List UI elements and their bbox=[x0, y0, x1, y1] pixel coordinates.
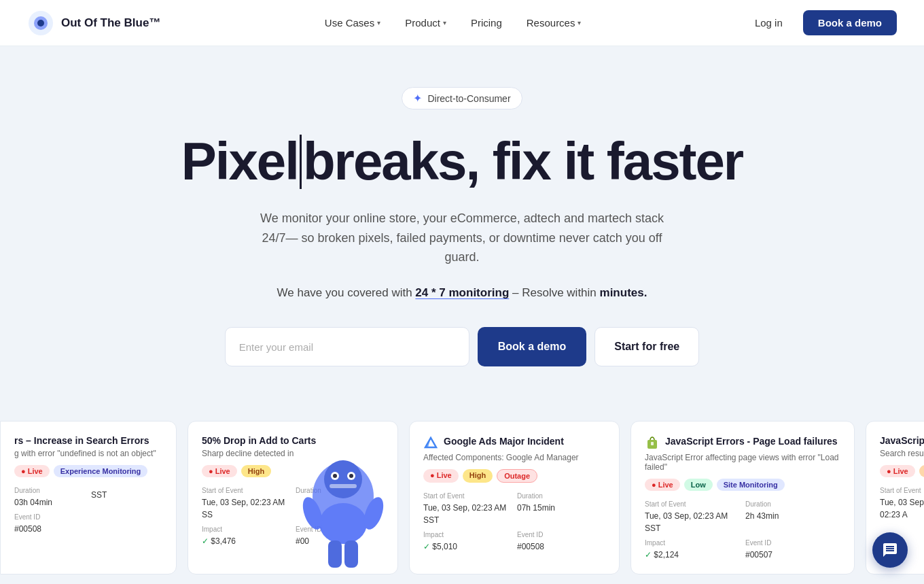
card-4-header: JavaScript Errors - Page Load failures bbox=[645, 435, 840, 450]
card-js-errors: JavaScript Errors - Page Load failures J… bbox=[630, 421, 855, 574]
card-3-fields: Start of Event Tue, 03 Sep, 02:23 AM SST… bbox=[423, 492, 605, 552]
hero-subtitle: We monitor your online store, your eComm… bbox=[258, 209, 666, 267]
field-impact2: Impact $3,476 bbox=[202, 526, 290, 547]
cards-strip: rs – Increase in Search Errors g with er… bbox=[0, 421, 924, 584]
card-5-fields: Start of Event Tue, 03 Sep, 02:23 A Impa… bbox=[880, 487, 924, 520]
coverage-highlight: 24 * 7 monitoring bbox=[415, 286, 509, 299]
field-event-id: Event ID #00508 bbox=[14, 513, 86, 534]
book-demo-nav-button[interactable]: Book a demo bbox=[803, 10, 897, 35]
field-duration3: Duration 07h 15min bbox=[517, 492, 605, 526]
start-free-button[interactable]: Start for free bbox=[594, 327, 699, 366]
coverage-bold: minutes. bbox=[600, 286, 647, 299]
field-start5: Start of Event Tue, 03 Sep, 02:23 A bbox=[880, 487, 924, 520]
card-4-fields: Start of Event Tue, 03 Sep, 02:23 AM SST… bbox=[645, 500, 840, 560]
card-1-tag-experience: Experience Monitoring bbox=[54, 465, 148, 477]
field-start4: Start of Event Tue, 03 Sep, 02:23 AM SST bbox=[645, 500, 740, 534]
field-duration: Duration 03h 04min bbox=[14, 487, 86, 508]
chat-icon bbox=[882, 542, 898, 558]
field-eventid4: Event ID #00507 bbox=[745, 539, 840, 560]
nav-actions: Log in Book a demo bbox=[745, 10, 897, 35]
card-5-tag-live: ● Live bbox=[880, 465, 915, 477]
field-duration4: Duration 2h 43min bbox=[745, 500, 840, 534]
card-add-to-carts: 50% Drop in Add to Carts Sharp decline d… bbox=[188, 421, 398, 574]
field-start3: Start of Event Tue, 03 Sep, 02:23 AM SST bbox=[423, 492, 512, 526]
card-5-tag-medium: Medium bbox=[919, 465, 924, 477]
logo-icon bbox=[27, 10, 54, 37]
card-1-title: rs – Increase in Search Errors bbox=[14, 435, 162, 446]
nav-use-cases[interactable]: Use Cases ▾ bbox=[315, 12, 390, 34]
book-demo-button[interactable]: Book a demo bbox=[478, 327, 586, 366]
card-3-title: Google Ads Major Incident bbox=[444, 436, 564, 447]
logo[interactable]: Out Of The Blue™ bbox=[27, 10, 160, 37]
shopify-icon bbox=[645, 435, 660, 450]
product-chevron-icon: ▾ bbox=[443, 19, 446, 27]
card-3-tags: ● Live High Outage bbox=[423, 469, 605, 483]
card-1-fields: Duration 03h 04min SST Event ID #00508 bbox=[14, 487, 162, 534]
card-4-tags: ● Live Low Site Monitoring bbox=[645, 479, 840, 491]
card-1-tags: ● Live Experience Monitoring bbox=[14, 465, 162, 477]
field-eventid2: Event ID #00 bbox=[296, 526, 384, 547]
hero-coverage: We have you covered with 24 * 7 monitori… bbox=[277, 286, 647, 300]
badge: ✦ Direct-to-Consumer bbox=[402, 87, 522, 109]
card-2-title: 50% Drop in Add to Carts bbox=[202, 435, 384, 446]
card-2-tags: ● Live High bbox=[202, 465, 384, 477]
card-1-tag-live: ● Live bbox=[14, 465, 50, 477]
field-start: Start of Event Tue, 03 Sep, 02:23 AM SS bbox=[202, 487, 290, 520]
card-search-errors: rs – Increase in Search Errors g with er… bbox=[0, 421, 177, 574]
field-duration2: Duration bbox=[296, 487, 384, 520]
card-5-title: JavaScript E bbox=[880, 435, 924, 446]
field-eventid3: Event ID #00508 bbox=[517, 531, 605, 552]
field-impact4: Impact $2,124 bbox=[645, 539, 740, 560]
svg-rect-18 bbox=[651, 442, 654, 445]
svg-point-2 bbox=[37, 20, 44, 27]
email-input[interactable] bbox=[225, 327, 469, 366]
chat-button[interactable] bbox=[872, 532, 908, 568]
resources-chevron-icon: ▾ bbox=[578, 19, 581, 27]
google-ads-icon bbox=[423, 435, 438, 450]
card-google-ads: Google Ads Major Incident Affected Compo… bbox=[409, 421, 620, 574]
card-3-desc: Affected Components: Google Ad Manager bbox=[423, 453, 605, 462]
card-3-tag-high: High bbox=[463, 469, 493, 483]
card-4-tag-site: Site Monitoring bbox=[717, 479, 785, 491]
card-3-header: Google Ads Major Incident bbox=[423, 435, 605, 450]
card-5-tags: ● Live Medium bbox=[880, 465, 924, 477]
card-3-tag-live: ● Live bbox=[423, 469, 459, 483]
field-sst: SST bbox=[91, 487, 162, 508]
card-3-tag-outage: Outage bbox=[497, 469, 537, 483]
navbar: Out Of The Blue™ Use Cases ▾ Product ▾ P… bbox=[0, 0, 924, 46]
field-impact3: Impact $5,010 bbox=[423, 531, 512, 552]
use-cases-chevron-icon: ▾ bbox=[377, 19, 380, 27]
card-4-tag-low: Low bbox=[684, 479, 713, 491]
star-icon: ✦ bbox=[413, 92, 422, 105]
nav-product[interactable]: Product ▾ bbox=[395, 12, 456, 34]
nav-pricing[interactable]: Pricing bbox=[461, 12, 512, 34]
card-1-desc: g with error "undefined is not an object… bbox=[14, 449, 162, 458]
card-4-title: JavaScript Errors - Page Load failures bbox=[665, 436, 838, 447]
card-5-desc: Search results are retu bbox=[880, 449, 924, 458]
card-2-tag-high: High bbox=[241, 465, 271, 477]
hero-actions: Book a demo Start for free bbox=[225, 327, 700, 366]
card-4-desc: JavaScript Error affecting page views wi… bbox=[645, 453, 840, 472]
nav-resources[interactable]: Resources ▾ bbox=[517, 12, 591, 34]
cursor-icon bbox=[300, 135, 302, 189]
card-4-tag-live: ● Live bbox=[645, 479, 680, 491]
hero-title: Pixel breaks, fix it faster bbox=[181, 134, 743, 190]
card-2-desc: Sharp decline detected in bbox=[202, 449, 384, 458]
nav-links: Use Cases ▾ Product ▾ Pricing Resources … bbox=[315, 12, 591, 34]
hero-section: ✦ Direct-to-Consumer Pixel breaks, fix i… bbox=[0, 46, 924, 421]
login-button[interactable]: Log in bbox=[745, 12, 792, 34]
card-2-fields: Start of Event Tue, 03 Sep, 02:23 AM SS … bbox=[202, 487, 384, 547]
logo-text: Out Of The Blue™ bbox=[61, 16, 160, 30]
card-2-tag-live: ● Live bbox=[202, 465, 237, 477]
